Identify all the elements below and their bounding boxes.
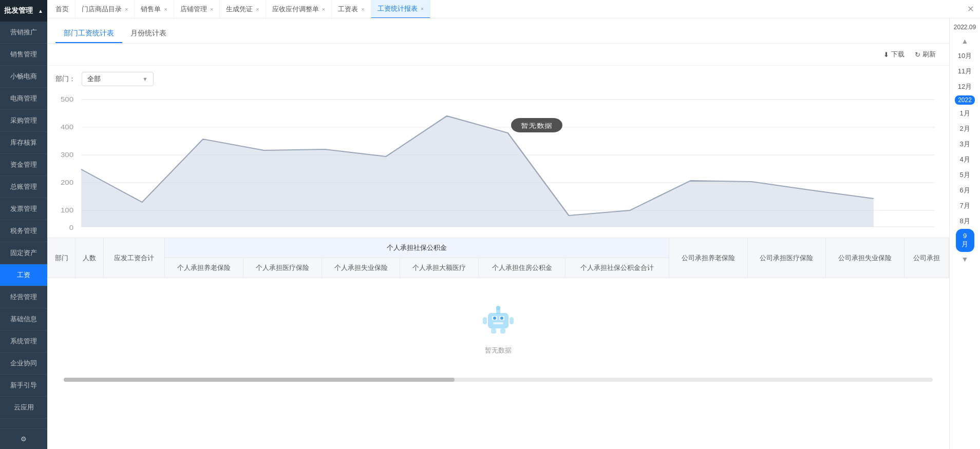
tab-门店商品目录[interactable]: 门店商品目录×: [76, 0, 135, 18]
sidebar: 批发管理 ▲ 营销推广销售管理小畅电商电商管理采购管理库存核算资金管理总账管理发…: [0, 0, 47, 449]
sidebar-item-小畅电商[interactable]: 小畅电商: [0, 66, 47, 88]
date-month-6月[interactable]: 6月: [950, 183, 980, 198]
tab-label: 工资表: [338, 5, 358, 14]
sidebar-header[interactable]: 批发管理 ▲: [0, 0, 47, 22]
date-year-badge[interactable]: 2022: [955, 95, 975, 105]
tab-label: 工资统计报表: [378, 4, 418, 13]
sidebar-footer-settings[interactable]: ⚙: [0, 428, 47, 449]
sidebar-item-工资[interactable]: 工资: [0, 264, 47, 286]
date-month-2月[interactable]: 2月: [950, 121, 980, 136]
tab-首页[interactable]: 首页: [49, 0, 76, 18]
date-month-1月[interactable]: 1月: [950, 106, 980, 121]
svg-text:100: 100: [61, 207, 73, 213]
tab-label: 销售单: [141, 5, 161, 14]
tab-label: 首页: [55, 5, 69, 14]
tab-label: 生成凭证: [226, 5, 253, 14]
toolbar: ⬇ 下载 ↻ 刷新: [47, 44, 949, 66]
tab-close-icon[interactable]: ×: [322, 6, 325, 12]
sidebar-item-采购管理[interactable]: 采购管理: [0, 110, 47, 132]
col-group-personal: 个人承担社保公积金: [165, 238, 669, 258]
main-area: 首页门店商品目录×销售单×店铺管理×生成凭证×应收应付调整单×工资表×工资统计报…: [47, 0, 980, 449]
col-header-personal-pension: 个人承担养老保险: [165, 258, 243, 278]
empty-robot-icon: [478, 299, 519, 340]
sidebar-item-税务管理[interactable]: 税务管理: [0, 220, 47, 242]
col-header-total: 应发工资合计: [103, 238, 165, 278]
date-month-8月[interactable]: 8月: [950, 213, 980, 229]
sidebar-item-云应用[interactable]: 云应用: [0, 397, 47, 419]
sidebar-item-企业协同[interactable]: 企业协同: [0, 353, 47, 375]
tab-close-icon[interactable]: ×: [210, 6, 213, 12]
sidebar-item-电商管理[interactable]: 电商管理: [0, 88, 47, 110]
svg-text:0: 0: [69, 224, 74, 231]
department-select[interactable]: 全部 ▼: [82, 72, 154, 86]
sidebar-item-固定资产[interactable]: 固定资产: [0, 242, 47, 264]
svg-rect-21: [483, 317, 487, 324]
svg-rect-22: [510, 317, 514, 324]
svg-marker-12: [81, 116, 874, 227]
col-header-company-other: 公司承担: [904, 238, 949, 278]
tab-label: 门店商品目录: [82, 5, 122, 14]
col-header-personal-medical: 个人承担医疗保险: [243, 258, 322, 278]
download-label: 下载: [891, 50, 904, 59]
col-header-count: 人数: [76, 238, 103, 278]
tab-生成凭证[interactable]: 生成凭证×: [220, 0, 266, 18]
svg-text:300: 300: [61, 151, 73, 158]
date-up-button[interactable]: ▲: [958, 34, 972, 48]
date-month-10月[interactable]: 10月: [950, 48, 980, 64]
sidebar-item-新手引导[interactable]: 新手引导: [0, 375, 47, 397]
close-all-tabs-button[interactable]: ✕: [963, 4, 978, 14]
horizontal-scrollbar[interactable]: [47, 376, 949, 386]
date-months-container: 10月11月12月20221月2月3月4月5月6月7月8月9月: [950, 48, 980, 252]
filter-label: 部门：: [55, 74, 76, 84]
sidebar-title: 批发管理: [4, 6, 33, 15]
empty-state: 暂无数据: [48, 278, 949, 376]
tab-close-icon[interactable]: ×: [361, 6, 364, 12]
table-wrap: 部门 人数 应发工资合计 个人承担社保公积金 公司承担养老保险 公司承担医疗保险…: [47, 238, 949, 449]
sub-tab-month[interactable]: 月份统计表: [122, 25, 175, 43]
date-panel-year-label: 2022.09: [952, 21, 978, 34]
sidebar-item-系统管理[interactable]: 系统管理: [0, 330, 47, 353]
tab-close-icon[interactable]: ×: [164, 6, 167, 12]
tab-店铺管理[interactable]: 店铺管理×: [174, 0, 220, 18]
sidebar-item-库存核算[interactable]: 库存核算: [0, 132, 47, 154]
tab-销售单[interactable]: 销售单×: [135, 0, 174, 18]
date-month-4月[interactable]: 4月: [950, 152, 980, 167]
sidebar-item-资金管理[interactable]: 资金管理: [0, 154, 47, 176]
sub-tab-dept[interactable]: 部门工资统计表: [55, 25, 122, 43]
date-month-9月[interactable]: 9月: [956, 229, 974, 252]
sidebar-item-发票管理[interactable]: 发票管理: [0, 198, 47, 220]
date-month-12月[interactable]: 12月: [950, 79, 980, 94]
date-down-button[interactable]: ▼: [958, 252, 972, 266]
download-icon: ⬇: [883, 51, 889, 58]
sidebar-item-经营管理[interactable]: 经营管理: [0, 286, 47, 308]
tab-工资统计报表[interactable]: 工资统计报表×: [371, 0, 430, 18]
svg-point-26: [500, 317, 503, 320]
date-month-3月[interactable]: 3月: [950, 136, 980, 152]
tab-工资表[interactable]: 工资表×: [332, 0, 371, 18]
svg-point-20: [496, 306, 500, 310]
content-area: 部门工资统计表 月份统计表 ⬇ 下载 ↻ 刷新 部门： 全部 ▼: [47, 18, 980, 449]
svg-text:200: 200: [61, 179, 73, 186]
date-month-11月[interactable]: 11月: [950, 64, 980, 79]
refresh-label: 刷新: [922, 50, 936, 59]
sidebar-item-基础信息[interactable]: 基础信息: [0, 308, 47, 330]
sidebar-toggle-icon: ▲: [38, 8, 43, 14]
date-month-7月[interactable]: 7月: [950, 198, 980, 213]
department-select-value: 全部: [87, 74, 101, 84]
area-chart: 500 400 300 200 100 0: [55, 92, 941, 236]
sidebar-item-销售管理[interactable]: 销售管理: [0, 44, 47, 66]
col-header-company-pension: 公司承担养老保险: [669, 238, 747, 278]
date-month-5月[interactable]: 5月: [950, 167, 980, 183]
tab-应收应付调整单[interactable]: 应收应付调整单×: [266, 0, 332, 18]
sidebar-item-总账管理[interactable]: 总账管理: [0, 176, 47, 198]
refresh-button[interactable]: ↻ 刷新: [910, 48, 941, 61]
tab-close-icon[interactable]: ×: [125, 6, 128, 12]
col-header-company-unemployment: 公司承担失业保险: [826, 238, 904, 278]
svg-rect-23: [491, 328, 496, 334]
tab-close-icon[interactable]: ×: [421, 6, 424, 12]
tab-close-icon[interactable]: ×: [256, 6, 259, 12]
sidebar-item-营销推广[interactable]: 营销推广: [0, 22, 47, 44]
empty-text: 暂无数据: [485, 346, 512, 355]
tabs-container: 首页门店商品目录×销售单×店铺管理×生成凭证×应收应付调整单×工资表×工资统计报…: [49, 0, 963, 18]
download-button[interactable]: ⬇ 下载: [878, 48, 910, 61]
